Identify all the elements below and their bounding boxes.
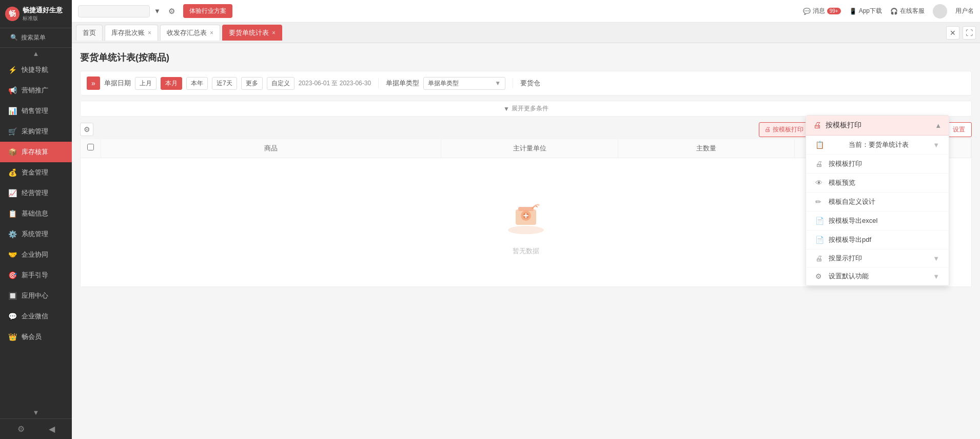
col-product: 商品 <box>101 139 441 158</box>
system-icon: ⚙️ <box>7 229 17 239</box>
template-print-item[interactable]: 🖨 按模板打印 <box>806 155 949 174</box>
date-btn-7days[interactable]: 近7天 <box>212 77 237 90</box>
print-dropdown-header[interactable]: 🖨 按模板打印 ▲ <box>806 116 949 136</box>
operation-icon: 📈 <box>7 188 17 198</box>
tab-close-receivable-summary[interactable]: × <box>210 29 213 36</box>
tab-close-inventory-batch[interactable]: × <box>148 29 151 36</box>
search-icon: 🔍 <box>10 34 18 41</box>
svg-rect-2 <box>518 207 534 211</box>
sidebar-item-sales[interactable]: 📊 销售管理 <box>0 101 72 121</box>
sidebar-item-operation[interactable]: 📈 经营管理 <box>0 183 72 203</box>
quick-nav-icon: ⚡ <box>7 65 17 75</box>
display-print-section[interactable]: 🖨 按显示打印 ▼ <box>806 250 949 268</box>
vip-icon: 👑 <box>7 332 17 342</box>
sidebar-item-appstore[interactable]: 🔲 应用中心 <box>0 285 72 306</box>
tab-close-btn[interactable]: ✕ <box>946 26 959 40</box>
industry-btn[interactable]: 体验行业方案 <box>183 4 232 18</box>
sidebar-item-basic[interactable]: 📋 基础信息 <box>0 203 72 224</box>
template-preview-icon: 👁 <box>815 179 825 187</box>
set-default-section[interactable]: ⚙ 设置默认功能 ▼ <box>806 268 949 285</box>
wechat-icon: 💬 <box>7 311 17 321</box>
topbar-gear-btn[interactable]: ⚙ <box>165 4 179 18</box>
settings-btn[interactable]: 设置 <box>946 122 972 137</box>
messages-badge: 99+ <box>827 8 841 14</box>
display-print-icon: 🖨 <box>815 254 825 262</box>
sidebar-item-collab[interactable]: 🤝 企业协同 <box>0 244 72 265</box>
sidebar-item-inventory[interactable]: 📦 库存核算 <box>0 142 72 162</box>
topbar-right: 💬 消息 99+ 📱 App下载 🎧 在线客服 用户名 <box>803 4 974 18</box>
tab-close-order-stats[interactable]: × <box>272 29 276 36</box>
template-export-excel-icon: 📄 <box>815 217 825 225</box>
topbar: ▼ ⚙ 体验行业方案 💬 消息 99+ 📱 App下载 🎧 在线客服 用户名 <box>72 0 980 23</box>
col-check[interactable] <box>81 139 101 158</box>
svg-point-0 <box>508 226 544 234</box>
scroll-up-btn[interactable]: ▲ <box>0 48 72 60</box>
date-btn-this-year[interactable]: 本年 <box>186 77 208 90</box>
sidebar-item-system[interactable]: ⚙️ 系统管理 <box>0 224 72 244</box>
sidebar-item-purchase[interactable]: 🛒 采购管理 <box>0 121 72 142</box>
template-custom-item[interactable]: ✏ 模板自定义设计 <box>806 193 949 212</box>
tabbar: 首页 库存批次账 × 收发存汇总表 × 要货单统计表 × ✕ ⛶ <box>72 23 980 43</box>
sidebar-item-guide[interactable]: 🎯 新手引导 <box>0 265 72 285</box>
messages-btn[interactable]: 💬 消息 99+ <box>803 7 841 15</box>
current-template-item[interactable]: 📋 当前：要货单统计表 ▼ <box>806 136 949 155</box>
logo-icon: 畅 <box>5 7 19 21</box>
filter-bar: » 单据日期 上月 本月 本年 近7天 更多 自定义 2023-06-01 至 … <box>80 71 972 96</box>
online-service-btn[interactable]: 🎧 在线客服 <box>890 7 925 15</box>
set-default-icon: ⚙ <box>815 272 825 280</box>
current-template-arrow: ▼ <box>933 141 939 149</box>
filter-expand-btn[interactable]: » <box>87 77 100 90</box>
template-preview-item[interactable]: 👁 模板预览 <box>806 174 949 193</box>
sidebar-item-finance[interactable]: 💰 资金管理 <box>0 162 72 183</box>
date-btn-last-month[interactable]: 上月 <box>135 77 156 90</box>
download-icon: 📱 <box>849 8 857 15</box>
page-content: 要货单统计表(按商品) » 单据日期 上月 本月 本年 近7天 更多 自定义 2… <box>72 43 980 439</box>
date-btn-custom[interactable]: 自定义 <box>267 77 295 90</box>
tabbar-controls: ✕ ⛶ <box>946 26 976 40</box>
select-all-checkbox[interactable] <box>87 144 94 150</box>
page-title: 要货单统计表(按商品) <box>80 51 972 64</box>
collapse-icon-bottom[interactable]: ◀ <box>49 424 55 434</box>
sidebar-search[interactable]: 🔍 搜索菜单 <box>0 28 72 48</box>
goods-label: 要货仓 <box>520 79 540 88</box>
appstore-icon: 🔲 <box>7 291 17 301</box>
type-select[interactable]: 单据单类型 ▼ <box>423 77 505 90</box>
sidebar-item-quick-nav[interactable]: ⚡ 快捷导航 <box>0 60 72 80</box>
table-settings-btn[interactable]: ⚙ <box>80 123 93 136</box>
app-download-btn[interactable]: 📱 App下载 <box>849 7 882 15</box>
filter-separator1 <box>378 78 379 88</box>
print-dropdown-icon: 🖨 <box>813 121 821 130</box>
date-range: 2023-06-01 至 2023-06-30 <box>299 79 371 88</box>
template-custom-icon: ✏ <box>815 198 825 206</box>
sidebar-item-marketing[interactable]: 📢 营销推广 <box>0 80 72 101</box>
date-btn-more[interactable]: 更多 <box>241 77 263 90</box>
guide-icon: 🎯 <box>7 270 17 280</box>
template-export-pdf-icon: 📄 <box>815 236 825 244</box>
sales-icon: 📊 <box>7 106 17 116</box>
empty-illustration <box>500 189 552 240</box>
scroll-down-btn[interactable]: ▼ <box>0 407 72 418</box>
tab-receivable-summary[interactable]: 收发存汇总表 × <box>160 25 220 41</box>
tab-order-stats[interactable]: 要货单统计表 × <box>222 25 282 41</box>
date-btn-this-month[interactable]: 本月 <box>161 77 182 90</box>
main-area: ▼ ⚙ 体验行业方案 💬 消息 99+ 📱 App下载 🎧 在线客服 用户名 首… <box>72 0 980 439</box>
topbar-search-input[interactable] <box>78 5 150 17</box>
template-export-pdf-item[interactable]: 📄 按模板导出pdf <box>806 231 949 250</box>
sidebar-item-wechat[interactable]: 💬 企业微信 <box>0 306 72 327</box>
collab-icon: 🤝 <box>7 250 17 260</box>
filter-separator2 <box>513 78 513 88</box>
expand-more-row[interactable]: ▼ 展开更多条件 <box>80 101 972 117</box>
template-export-excel-item[interactable]: 📄 按模板导出excel <box>806 212 949 231</box>
topbar-dropdown[interactable]: ▼ <box>154 7 161 15</box>
current-template-icon: 📋 <box>815 141 825 149</box>
print-dropdown-title: 按模板打印 <box>826 121 935 130</box>
sidebar-nav: ⚡ 快捷导航 📢 营销推广 📊 销售管理 🛒 采购管理 📦 库存核算 💰 资金管… <box>0 60 72 407</box>
tab-inventory-batch[interactable]: 库存批次账 × <box>105 25 158 41</box>
inventory-icon: 📦 <box>7 147 17 157</box>
avatar[interactable] <box>933 4 947 18</box>
sidebar-item-vip[interactable]: 👑 畅会员 <box>0 327 72 347</box>
settings-icon-bottom[interactable]: ⚙ <box>17 424 25 434</box>
tab-maximize-btn[interactable]: ⛶ <box>963 26 976 40</box>
print-icon: 🖨 <box>765 126 771 133</box>
tab-home[interactable]: 首页 <box>76 25 103 41</box>
